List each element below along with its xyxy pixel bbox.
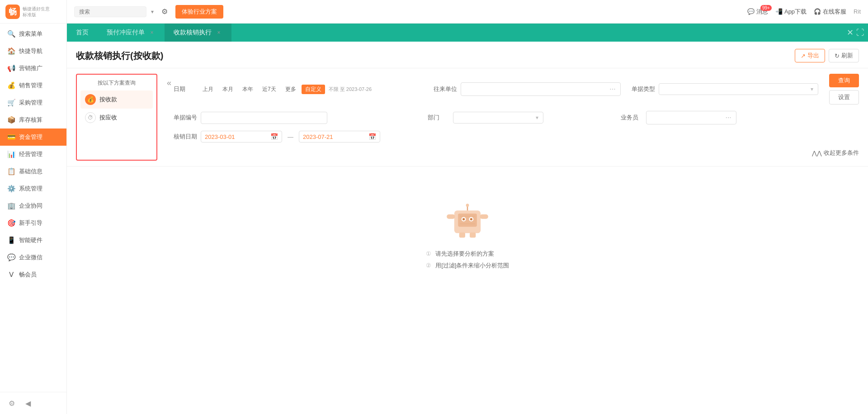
filter-collapse-btn[interactable]: « <box>165 74 174 88</box>
doc-type-label: 单据类型 <box>632 85 655 93</box>
filter-sidebar: 按以下方案查询 💰 按收款 ⏱ 按应收 <box>76 74 157 161</box>
empty-tip2-text: 用[过滤]条件来缩小分析范围 <box>435 262 509 269</box>
online-service-button[interactable]: 🎧 在线客服 <box>814 8 846 16</box>
sidebar-item-purchase[interactable]: 🛒 采购管理 <box>0 94 66 111</box>
tab-receipt-close[interactable]: × <box>215 29 222 36</box>
main-area: ▾ ⚙ 体验行业方案 💬 消息 99+ 📲 App下载 🎧 在线客服 Rit 首… <box>67 0 868 414</box>
empty-tips: ① 请先选择要分析的方案 ② 用[过滤]条件来缩小分析范围 <box>426 248 509 271</box>
empty-tip-1: ① 请先选择要分析的方案 <box>426 248 509 260</box>
tab-close-all-icon[interactable]: ✕ <box>847 28 854 38</box>
sidebar-item-shortcut[interactable]: 🏠 快捷导航 <box>0 43 66 60</box>
sidebar-item-basic[interactable]: 📋 基础信息 <box>0 163 66 180</box>
sidebar-item-label: 快捷导航 <box>19 47 42 55</box>
tab-prepay[interactable]: 预付冲应付单 × <box>98 24 165 42</box>
empty-tip-2: ② 用[过滤]条件来缩小分析范围 <box>426 260 509 271</box>
sidebar-item-inventory[interactable]: 📦 库存核算 <box>0 111 66 128</box>
topbar-search-input[interactable] <box>74 6 146 17</box>
date-btn-this-month[interactable]: 本月 <box>219 85 237 94</box>
sidebar-item-label: 畅会员 <box>19 271 37 279</box>
sidebar-item-label: 销售管理 <box>19 81 42 90</box>
sidebar-item-label: 搜索菜单 <box>19 30 42 38</box>
calendar-end-icon[interactable]: 📅 <box>368 133 376 140</box>
member-icon: Ⅴ <box>7 271 15 279</box>
query-button[interactable]: 查询 <box>829 74 859 87</box>
logo-icon: 畅 <box>5 5 20 19</box>
sidebar-item-label: 基础信息 <box>19 167 42 176</box>
solution-button[interactable]: 体验行业方案 <box>175 5 223 19</box>
basic-icon: 📋 <box>7 167 15 176</box>
tab-expand-icon[interactable]: ⛶ <box>856 28 864 38</box>
sidebar-collapse-btn[interactable]: ◀ <box>22 397 34 409</box>
svg-rect-11 <box>480 214 488 219</box>
date-btn-this-year[interactable]: 本年 <box>239 85 257 94</box>
tab-prepay-close[interactable]: × <box>148 29 156 36</box>
svg-rect-9 <box>470 233 476 238</box>
date-btn-custom[interactable]: 自定义 <box>302 85 325 94</box>
filter-option-by-receivable[interactable]: ⏱ 按应收 <box>80 109 153 127</box>
filter-option-by-receipt[interactable]: 💰 按收款 <box>80 90 153 109</box>
sidebar-item-enterprise[interactable]: 🏢 企业协同 <box>0 197 66 214</box>
dropdown-arrow-icon[interactable]: ▾ <box>151 9 154 15</box>
purchase-icon: 🛒 <box>7 99 15 107</box>
sidebar-item-operations[interactable]: 📊 经营管理 <box>0 146 66 163</box>
calendar-start-icon[interactable]: 📅 <box>270 133 278 140</box>
refresh-button[interactable]: ↻ 刷新 <box>829 49 859 62</box>
topbar: ▾ ⚙ 体验行业方案 💬 消息 99+ 📲 App下载 🎧 在线客服 Rit <box>67 0 868 24</box>
sidebar-item-weixin[interactable]: 💬 企业微信 <box>0 249 66 266</box>
verify-date-end-input[interactable] <box>303 133 366 140</box>
verify-date-start-input[interactable] <box>205 133 268 140</box>
staff-dots-icon[interactable]: ··· <box>725 114 731 122</box>
sidebar-item-label: 资金管理 <box>19 133 42 141</box>
tab-home[interactable]: 首页 <box>67 24 98 42</box>
sidebar-item-hardware[interactable]: 📱 智能硬件 <box>0 232 66 249</box>
message-button[interactable]: 💬 消息 99+ <box>747 8 768 16</box>
date-field: 日期 上月 本月 本年 近7天 更多 自定义 不限 至 2023-07-26 <box>174 85 423 94</box>
settings-button[interactable]: 设置 <box>829 90 859 105</box>
weixin-icon: 💬 <box>7 253 15 262</box>
partner-dots-icon[interactable]: ··· <box>609 85 615 93</box>
sidebar-item-member[interactable]: Ⅴ 畅会员 <box>0 266 66 283</box>
sidebar-item-sales[interactable]: 💰 销售管理 <box>0 77 66 94</box>
sidebar-item-label: 新手引导 <box>19 219 42 227</box>
sales-icon: 💰 <box>7 81 15 90</box>
user-name[interactable]: Rit <box>854 8 861 15</box>
date-btn-7days[interactable]: 近7天 <box>259 85 280 94</box>
export-button[interactable]: ↗ 导出 <box>795 49 825 62</box>
verify-date-label: 核销日期 <box>174 133 197 141</box>
svg-point-7 <box>466 204 469 207</box>
sidebar-item-system[interactable]: ⚙️ 系统管理 <box>0 180 66 197</box>
inventory-icon: 📦 <box>7 116 15 124</box>
sidebar-item-label: 营销推广 <box>19 64 42 72</box>
topbar-gear-icon[interactable]: ⚙ <box>158 5 171 18</box>
tab-receipt-label: 收款核销执行 <box>174 29 212 37</box>
date-btn-more[interactable]: 更多 <box>282 85 300 94</box>
by-receipt-icon: 💰 <box>85 94 96 105</box>
sidebar-item-search[interactable]: 🔍 搜索菜单 <box>0 25 66 43</box>
doc-type-arrow: ▾ <box>811 86 813 92</box>
sidebar-item-marketing[interactable]: 📢 营销推广 <box>0 60 66 77</box>
sidebar-nav: 🔍 搜索菜单 🏠 快捷导航 📢 营销推广 💰 销售管理 🛒 采购管理 📦 库存核… <box>0 24 66 392</box>
export-label: 导出 <box>807 52 819 60</box>
empty-state: ① 请先选择要分析的方案 ② 用[过滤]条件来缩小分析范围 <box>67 168 868 299</box>
app-download-button[interactable]: 📲 App下载 <box>775 8 807 16</box>
sidebar-item-label: 系统管理 <box>19 185 42 193</box>
collapse-more-button[interactable]: ⋀⋀ 收起更多条件 <box>812 149 859 157</box>
verify-date-start-wrap: 📅 <box>201 131 282 143</box>
refresh-label: 刷新 <box>841 52 853 60</box>
tabbar-controls: ✕ ⛶ <box>843 28 868 38</box>
app-download-label: App下载 <box>784 8 807 16</box>
dept-field: 部门 ▾ <box>428 112 610 124</box>
sidebar-item-guide[interactable]: 🎯 新手引导 <box>0 214 66 232</box>
svg-rect-10 <box>447 214 455 219</box>
sidebar-item-label: 企业协同 <box>19 202 42 210</box>
sidebar-item-label: 经营管理 <box>19 150 42 158</box>
doc-no-input[interactable] <box>201 112 327 124</box>
tab-receipt-write-off[interactable]: 收款核销执行 × <box>165 24 231 42</box>
sidebar-settings-btn[interactable]: ⚙ <box>5 397 18 409</box>
filter-form: 日期 上月 本月 本年 近7天 更多 自定义 不限 至 2023-07-26 <box>174 74 859 161</box>
system-icon: ⚙️ <box>7 185 15 193</box>
sidebar-item-label: 库存核算 <box>19 116 42 124</box>
sidebar-item-finance[interactable]: 💳 资金管理 <box>0 128 66 146</box>
partner-label: 往来单位 <box>434 85 457 93</box>
date-btn-last-month[interactable]: 上月 <box>199 85 217 94</box>
